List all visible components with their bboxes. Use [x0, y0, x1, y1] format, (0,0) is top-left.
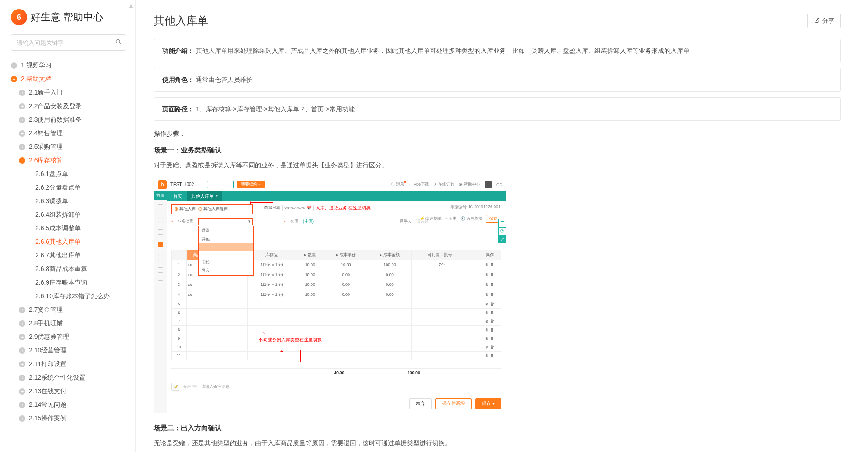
sidebar-item-label: 2.6库存核算	[29, 157, 63, 165]
table-row[interactable]: 3xx1(1个 = 1个)10.000.000.00⊕ 🗑	[172, 280, 501, 290]
expand-icon[interactable]	[19, 334, 25, 340]
table-row[interactable]: 5⊕ 🗑	[172, 300, 501, 308]
sidebar-item[interactable]: 2.3使用前数据准备	[11, 113, 126, 127]
tool-icon[interactable]: ⟳	[498, 227, 506, 235]
save-add-button[interactable]: 保存并新增	[435, 398, 472, 409]
sidebar-item[interactable]: 2.9优惠券管理	[11, 330, 126, 344]
role-text: 通常由仓管人员维护	[196, 76, 253, 83]
radio-other-in[interactable]: 其他入库	[175, 206, 196, 212]
sidebar-item[interactable]: 2.6.5成本调整单	[11, 222, 126, 235]
sidebar-item[interactable]: 2.15操作案例	[11, 412, 126, 425]
search-icon[interactable]	[115, 39, 122, 47]
expand-icon[interactable]	[19, 388, 25, 395]
sidebar-item[interactable]: 2.11打印设置	[11, 357, 126, 371]
sidebar-item[interactable]: 2.帮助文档	[11, 72, 126, 86]
app-download-link[interactable]: ⬚ App下载	[409, 181, 429, 187]
left-nav-icon[interactable]	[158, 204, 163, 209]
table-header	[172, 250, 187, 260]
sidebar-item[interactable]: 2.6.10库存账本错了怎么办	[11, 290, 126, 303]
expand-icon[interactable]	[19, 402, 25, 408]
tab-home[interactable]: 首页	[169, 191, 187, 201]
sidebar-item[interactable]: 2.1新手入门	[11, 86, 126, 100]
app-top-search[interactable]	[207, 181, 234, 188]
expand-icon[interactable]	[19, 415, 25, 422]
sidebar-item[interactable]: 2.6.2分量盘点单	[11, 181, 126, 195]
quick-actions: ⚡ 快速制单 ≡ 历史 🕐 历史单据 保存	[420, 215, 500, 223]
expand-icon[interactable]	[19, 361, 25, 367]
expand-icon[interactable]	[11, 62, 17, 69]
share-button[interactable]: 分享	[807, 14, 841, 28]
sidebar-item[interactable]: 2.13在线支付	[11, 385, 126, 398]
collapse-icon[interactable]	[19, 157, 25, 164]
dropdown-item[interactable]: 初始	[199, 258, 253, 266]
dropdown-item[interactable]	[199, 243, 253, 251]
quick-create-link[interactable]: ⚡ 快速制单	[420, 216, 442, 222]
sidebar-item[interactable]: 1.视频学习	[11, 59, 126, 72]
date-input[interactable]: 2019-12-26 📅	[282, 205, 314, 211]
table-row[interactable]: 11⊕ 🗑	[172, 351, 501, 360]
sidebar-item[interactable]: 2.6.6其他入库单	[11, 235, 126, 249]
sidebar-item[interactable]: 2.10经营管理	[11, 344, 126, 357]
sidebar-item[interactable]: 2.4销售管理	[11, 127, 126, 140]
left-nav-home[interactable]: 首页	[154, 191, 167, 200]
sidebar-item[interactable]: 2.6库存核算	[11, 154, 126, 167]
dropdown-item[interactable]: 导入	[199, 266, 253, 275]
table-row[interactable]: 8⊕ 🗑	[172, 325, 501, 334]
left-nav-icon[interactable]	[158, 280, 163, 285]
sidebar-item[interactable]: 2.14常见问题	[11, 398, 126, 412]
tool-icon[interactable]: ☰	[498, 219, 506, 227]
table-row[interactable]: 6⊕ 🗑	[172, 308, 501, 317]
expand-icon[interactable]	[19, 90, 25, 96]
expand-icon[interactable]	[19, 347, 25, 354]
expand-icon[interactable]	[19, 103, 25, 109]
sidebar-item[interactable]: 2.8手机旺铺	[11, 317, 126, 330]
expand-icon[interactable]	[19, 307, 25, 313]
sidebar-item[interactable]: 2.6.7其他出库单	[11, 249, 126, 262]
search-input[interactable]	[11, 34, 126, 51]
expand-icon[interactable]	[19, 375, 25, 381]
scroll-top-icon[interactable]: ▲	[128, 2, 134, 9]
expand-icon[interactable]	[19, 320, 25, 327]
collapse-icon[interactable]	[11, 76, 17, 82]
message-link[interactable]: ◇ 消息	[391, 181, 404, 187]
sidebar-item[interactable]: 2.5采购管理	[11, 140, 126, 154]
sidebar-item[interactable]: 2.2产品安装及登录	[11, 100, 126, 113]
sidebar-item[interactable]: 2.6.9库存账本查询	[11, 276, 126, 290]
sidebar-item[interactable]: 2.7资金管理	[11, 303, 126, 317]
left-nav-icon[interactable]	[158, 229, 163, 235]
help-center-link[interactable]: ◉ 帮助中心	[459, 181, 480, 187]
sidebar-item[interactable]: 2.6.4组装拆卸单	[11, 208, 126, 222]
remark-input[interactable]: 请输入备注信息	[201, 384, 230, 390]
sidebar-item[interactable]: 2.6.1盘点单	[11, 167, 126, 181]
table-row[interactable]: 9⊕ 🗑	[172, 334, 501, 343]
left-nav-icon[interactable]	[158, 255, 163, 260]
biz-type-dropdown[interactable]: ▾ 盘盈其他 初始导入	[198, 218, 253, 225]
renew-button[interactable]: 我要续约→	[237, 181, 265, 188]
dropdown-item[interactable]: 其他	[199, 235, 253, 243]
avatar-icon[interactable]	[485, 181, 492, 188]
radio-other-return[interactable]: 其他入库退库	[198, 206, 228, 212]
expand-icon[interactable]	[19, 130, 25, 137]
dropdown-item[interactable]	[199, 251, 253, 258]
scenario1-title: 场景一：业务类型确认	[154, 146, 841, 155]
close-icon[interactable]: ×	[216, 194, 218, 199]
expand-icon[interactable]	[19, 144, 25, 150]
save-button[interactable]: 保存 ▾	[475, 398, 501, 409]
left-nav-icon-active[interactable]	[158, 242, 163, 247]
table-row[interactable]: 4xx1(1个 = 1个)10.000.000.00⊕ 🗑	[172, 290, 501, 300]
online-order-link[interactable]: ✈ 在线订购	[434, 181, 455, 187]
sidebar-item[interactable]: 2.12系统个性化设置	[11, 371, 126, 385]
history-bill-link[interactable]: 🕐 历史单据	[460, 216, 482, 222]
sidebar-item[interactable]: 2.6.8商品成本重算	[11, 262, 126, 276]
left-nav-icon[interactable]	[158, 267, 163, 273]
tool-icon[interactable]: ⤢	[498, 235, 506, 243]
tab-active[interactable]: 其他入库单 ×	[187, 191, 222, 201]
expand-icon[interactable]	[19, 117, 25, 123]
dropdown-item[interactable]: 盘盈	[199, 226, 253, 235]
table-row[interactable]: 7⊕ 🗑	[172, 317, 501, 325]
discard-button[interactable]: 放弃	[409, 398, 432, 409]
table-row[interactable]: 10⊕ 🗑	[172, 343, 501, 351]
left-nav-icon[interactable]	[158, 217, 163, 222]
sidebar-item[interactable]: 2.6.3调拨单	[11, 195, 126, 208]
history-link[interactable]: ≡ 历史	[445, 216, 457, 222]
